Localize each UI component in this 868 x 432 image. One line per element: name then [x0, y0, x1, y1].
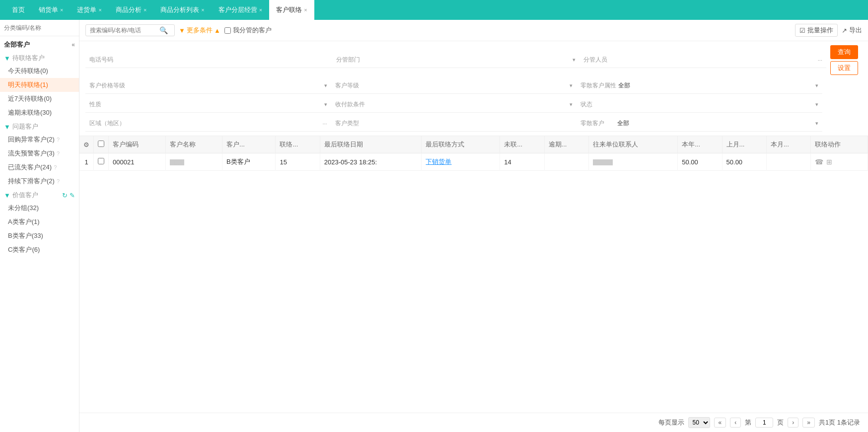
td-contact: 15 [276, 153, 320, 171]
sidebar-group-value: ▼ 价值客户 ↻ ✎ [0, 188, 79, 201]
nav-close-purchase-order[interactable]: × [98, 7, 101, 13]
last-page-btn[interactable]: » [802, 418, 815, 428]
sidebar-item-today-contact[interactable]: 今天待联络(0) [0, 64, 79, 78]
sidebar-item-abnormal-purchase[interactable]: 回购异常客户(2) ? [0, 133, 79, 146]
chevron-nature: ▾ [324, 101, 327, 108]
nav-close-customer-contact[interactable]: × [304, 7, 307, 13]
filter-manager[interactable]: 分管人员 ··· [579, 52, 826, 68]
filter-region[interactable]: 区域（地区） ··· [85, 116, 331, 132]
filter-status[interactable]: 状态 ▾ [577, 97, 822, 113]
first-page-btn[interactable]: « [714, 418, 726, 428]
settings-button[interactable]: 设置 [830, 61, 858, 75]
td-code: 000021 [109, 153, 166, 171]
th-this-year: 本年... [678, 136, 722, 153]
td-last-date: 2023-05-23 18:25: [320, 153, 422, 171]
chevron-scatter: ▾ [815, 82, 818, 89]
sidebar-item-tomorrow-contact[interactable]: 明天待联络(1) [0, 78, 79, 92]
action-icons: ☎ ⊞ [815, 158, 864, 166]
td-this-year: 50.00 [678, 153, 722, 171]
td-action: ☎ ⊞ [811, 153, 868, 171]
query-button[interactable]: 查询 [830, 45, 858, 59]
th-last-contact-date: 最后联络日期 [320, 136, 422, 153]
value-edit-icon[interactable]: ✎ [70, 192, 75, 199]
nav-home[interactable]: 首页 [5, 0, 32, 20]
sidebar-item-churned[interactable]: 已流失客户(24) ? [0, 160, 79, 174]
action-more-icon[interactable]: ⊞ [826, 158, 832, 166]
filter-dept[interactable]: 分管部门 ▾ [332, 52, 579, 68]
my-customers-checkbox[interactable]: 我分管的客户 [224, 26, 272, 35]
nav-purchase-order[interactable]: 进货单 × [70, 0, 108, 20]
collapse-icon[interactable]: « [72, 41, 75, 48]
nav-product-analysis[interactable]: 商品分析 × [109, 0, 153, 20]
content-area: 🔍 ▼ 更多条件 ▲ 我分管的客户 ☑ 批量操作 ↗ 导出 [79, 20, 868, 432]
sidebar-item-7day-contact[interactable]: 近7天待联络(0) [0, 92, 79, 106]
next-page-btn[interactable]: › [788, 418, 798, 428]
advanced-filter-panel: 电话号码 分管部门 ▾ 分管人员 ··· 查询 设置 [79, 41, 868, 136]
sidebar: 🔍 全部客户 « ▼ 待联络客户 今天待联络(0) 明天待联络(1) 近7天待联… [0, 20, 79, 432]
more-conditions-btn[interactable]: ▼ 更多条件 ▲ [179, 26, 220, 35]
sidebar-search-wrap: 🔍 [0, 20, 79, 36]
sidebar-item-ungrouped[interactable]: 未分组(32) [0, 201, 79, 215]
nav-close-product-analysis[interactable]: × [144, 7, 146, 13]
td-index: 1 [79, 153, 94, 171]
help-icon-2: ? [57, 150, 60, 156]
nav-close-product-analysis-list[interactable]: × [201, 7, 204, 13]
my-customers-check[interactable] [224, 27, 231, 34]
chevron-level: ▾ [570, 82, 573, 89]
dots-region: ··· [323, 121, 327, 127]
page-of-label: 页 [777, 418, 784, 427]
th-gear[interactable]: ⚙ [79, 136, 94, 153]
filter-customer-type[interactable]: 客户类型 [331, 116, 577, 132]
td-last-method[interactable]: 下销货单 [422, 153, 500, 171]
th-code: 客户编码 [109, 136, 166, 153]
filter-scatter-customer[interactable]: 零散客户 全部 ▾ [577, 116, 822, 132]
nav-close-sales-order[interactable]: × [60, 7, 63, 13]
filter-bar: 🔍 ▼ 更多条件 ▲ 我分管的客户 ☑ 批量操作 ↗ 导出 [79, 20, 868, 41]
contact-person-masked [593, 159, 613, 165]
per-page-select[interactable]: 50 [688, 417, 710, 428]
total-label: 共1页 1条记录 [819, 418, 860, 427]
filter-row-2: 客户价格等级 ▾ 客户等级 ▾ 零散客户属性 全部 ▾ [85, 78, 862, 94]
filter-customer-level[interactable]: 客户等级 ▾ [331, 78, 577, 94]
nav-sales-order[interactable]: 销货单 × [32, 0, 70, 20]
table-body: 1 000021 Ea B类客户 15 2023-05-23 18:25: 下销… [79, 153, 868, 171]
top-navigation: 首页 销货单 × 进货单 × 商品分析 × 商品分析列表 × 客户分层经营 × … [0, 0, 868, 20]
batch-op-btn[interactable]: ☑ 批量操作 [795, 24, 838, 37]
filter-payment-terms[interactable]: 收付款条件 ▾ [331, 97, 577, 113]
sidebar-item-b-class[interactable]: B类客户(33) [0, 229, 79, 243]
search-wrap: 🔍 [85, 24, 175, 36]
export-btn[interactable]: ↗ 导出 [842, 26, 862, 35]
name-masked: Ea [170, 159, 184, 165]
last-method-link[interactable]: 下销货单 [426, 158, 451, 165]
th-overdue: 逾期... [544, 136, 588, 153]
nav-close-customer-layered[interactable]: × [259, 7, 262, 13]
select-all-checkbox[interactable] [98, 141, 104, 147]
chevron-status: ▾ [815, 101, 818, 108]
filter-nature[interactable]: 性质 ▾ [85, 97, 331, 113]
action-phone-icon[interactable]: ☎ [815, 158, 823, 166]
search-input[interactable] [90, 27, 159, 34]
search-icon[interactable]: 🔍 [159, 26, 168, 34]
filter-actions: 查询 设置 [826, 45, 862, 75]
sidebar-all-customers[interactable]: 全部客户 « [0, 36, 79, 51]
sidebar-search-input[interactable] [4, 24, 78, 31]
sidebar-item-c-class[interactable]: C类客户(6) [0, 243, 79, 257]
td-contact-person [588, 153, 677, 171]
filter-phone[interactable]: 电话号码 [85, 52, 332, 68]
nav-customer-layered[interactable]: 客户分层经营 × [212, 0, 269, 20]
page-input[interactable] [755, 418, 773, 428]
nav-product-analysis-list[interactable]: 商品分析列表 × [153, 0, 211, 20]
filter-price-level[interactable]: 客户价格等级 ▾ [85, 78, 331, 94]
td-last-month: 50.00 [722, 153, 766, 171]
sidebar-item-a-class[interactable]: A类客户(1) [0, 215, 79, 229]
sidebar-item-overdue-contact[interactable]: 逾期未联络(30) [0, 106, 79, 120]
nav-customer-contact[interactable]: 客户联络 × [269, 0, 314, 20]
value-refresh-icon[interactable]: ↻ [62, 192, 68, 199]
sidebar-item-churn-warning[interactable]: 流失预警客户(3) ? [0, 146, 79, 160]
th-contact-person: 往来单位联系人 [588, 136, 677, 153]
filter-scatter-attr[interactable]: 零散客户属性 全部 ▾ [577, 78, 822, 94]
th-this-month: 本月... [766, 136, 810, 153]
prev-page-btn[interactable]: ‹ [730, 418, 741, 428]
row-checkbox[interactable] [98, 158, 104, 164]
sidebar-item-declining[interactable]: 持续下滑客户(2) ? [0, 174, 79, 188]
